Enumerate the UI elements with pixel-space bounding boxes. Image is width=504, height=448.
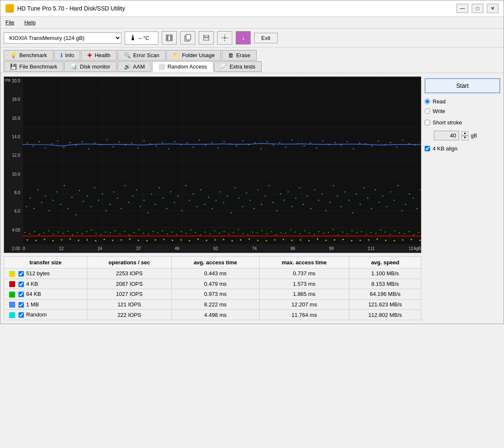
svg-point-137 bbox=[150, 143, 151, 145]
svg-point-118 bbox=[32, 145, 34, 147]
svg-point-212 bbox=[167, 233, 168, 235]
short-stroke-checkbox[interactable] bbox=[425, 120, 430, 125]
menu-file[interactable]: File bbox=[4, 18, 16, 26]
svg-point-281 bbox=[146, 240, 147, 242]
svg-point-185 bbox=[39, 234, 40, 235]
tab-disk-monitor[interactable]: 📊 Disk monitor bbox=[64, 61, 116, 72]
start-button[interactable]: Start bbox=[425, 78, 500, 93]
chart-area: ms 20.0 18.0 16.0 14.0 12.0 10.0 8.0 6.0… bbox=[4, 76, 421, 320]
svg-point-196 bbox=[91, 229, 92, 231]
row-checkbox-2[interactable] bbox=[18, 292, 24, 297]
row-max-access-2: 1.865 ms bbox=[259, 289, 349, 300]
svg-point-303 bbox=[334, 240, 335, 241]
tab-extra-tests[interactable]: 📈 Extra tests bbox=[214, 61, 262, 72]
row-checkbox-1[interactable] bbox=[18, 282, 24, 287]
svg-point-58 bbox=[200, 189, 202, 190]
svg-point-64 bbox=[223, 202, 224, 203]
tabs-container: 💡 Benchmark ℹ Info ✚ Health 🔍 Error Scan… bbox=[0, 47, 504, 73]
svg-point-298 bbox=[291, 240, 292, 241]
toolbar-btn-1[interactable] bbox=[162, 31, 177, 45]
y-label-6: 6.0 bbox=[5, 209, 22, 213]
row-label-1: 4 KB bbox=[26, 281, 38, 287]
svg-point-211 bbox=[162, 230, 163, 232]
svg-point-65 bbox=[227, 195, 228, 197]
read-radio-label[interactable]: Read bbox=[425, 98, 500, 105]
drive-selector[interactable]: KIOXIA TransMemory (124 gB) bbox=[4, 32, 121, 44]
4kb-align-label[interactable]: 4 KB align bbox=[425, 145, 500, 152]
svg-point-224 bbox=[223, 231, 225, 232]
row-label-cell: Random bbox=[4, 310, 87, 320]
x-label-0: 0 bbox=[23, 246, 25, 251]
svg-point-260 bbox=[394, 230, 395, 232]
color-swatch bbox=[9, 302, 15, 308]
svg-point-267 bbox=[27, 240, 28, 241]
svg-point-198 bbox=[100, 234, 102, 235]
svg-point-167 bbox=[334, 142, 336, 143]
svg-point-52 bbox=[177, 195, 178, 197]
toolbar-btn-download[interactable]: ↓ bbox=[236, 31, 251, 45]
menu-help[interactable]: Help bbox=[23, 18, 37, 26]
svg-point-241 bbox=[304, 230, 305, 232]
main-window: HD Tune Pro 5.70 - Hard Disk/SSD Utility… bbox=[0, 0, 504, 324]
y-unit-label: ms bbox=[5, 78, 10, 82]
tab-folder-usage[interactable]: 📁 Folder Usage bbox=[166, 50, 221, 61]
x-label-99: 99 bbox=[329, 246, 334, 251]
svg-point-44 bbox=[147, 212, 148, 213]
short-stroke-label[interactable]: Short stroke bbox=[425, 119, 500, 126]
svg-point-242 bbox=[309, 232, 310, 234]
svg-point-101 bbox=[363, 187, 365, 188]
row-checkbox-4[interactable] bbox=[18, 312, 24, 318]
toolbar-btn-2[interactable] bbox=[180, 31, 195, 45]
svg-point-213 bbox=[171, 232, 173, 233]
write-radio[interactable] bbox=[425, 108, 430, 114]
svg-point-245 bbox=[323, 233, 324, 234]
spin-down-button[interactable]: ▼ bbox=[462, 136, 468, 140]
svg-point-254 bbox=[366, 234, 367, 235]
toolbar-btn-3[interactable] bbox=[199, 31, 214, 45]
svg-rect-1 bbox=[168, 37, 170, 40]
y-label-18: 18.0 bbox=[5, 97, 22, 102]
svg-point-257 bbox=[380, 229, 381, 231]
4kb-align-checkbox[interactable] bbox=[425, 146, 430, 151]
x-label-74: 74 bbox=[252, 246, 257, 251]
tab-file-benchmark[interactable]: 💾 File Benchmark bbox=[4, 61, 63, 72]
spinbox-input[interactable] bbox=[434, 131, 459, 140]
minimize-button[interactable]: — bbox=[457, 4, 468, 13]
svg-point-23 bbox=[68, 208, 69, 209]
color-swatch bbox=[9, 292, 15, 298]
toolbar-btn-4[interactable] bbox=[217, 31, 232, 45]
tab-health[interactable]: ✚ Health bbox=[81, 50, 117, 61]
maximize-button[interactable]: □ bbox=[472, 4, 483, 13]
svg-point-268 bbox=[35, 240, 37, 241]
row-checkbox-0[interactable] bbox=[18, 271, 24, 277]
random-access-icon: ⬜ bbox=[158, 63, 165, 70]
svg-point-68 bbox=[238, 198, 239, 199]
svg-point-228 bbox=[242, 233, 244, 234]
tab-error-scan[interactable]: 🔍 Error Scan bbox=[118, 50, 165, 61]
row-checkbox-3[interactable] bbox=[18, 302, 24, 308]
svg-point-49 bbox=[166, 208, 167, 209]
tab-aam[interactable]: 🔊 AAM bbox=[118, 61, 151, 72]
svg-point-162 bbox=[304, 145, 305, 147]
svg-point-29 bbox=[90, 206, 92, 207]
svg-point-249 bbox=[342, 232, 343, 233]
write-radio-label[interactable]: Write bbox=[425, 108, 500, 114]
tab-erase[interactable]: 🗑 Erase bbox=[222, 50, 257, 61]
svg-point-189 bbox=[58, 232, 59, 233]
file-benchmark-icon: 💾 bbox=[10, 63, 17, 70]
svg-point-140 bbox=[168, 148, 169, 150]
read-radio[interactable] bbox=[425, 99, 430, 104]
row-label-cell: 1 MB bbox=[4, 299, 87, 310]
svg-point-286 bbox=[189, 240, 190, 242]
svg-point-256 bbox=[375, 233, 376, 234]
tab-info[interactable]: ℹ Info bbox=[54, 50, 81, 61]
svg-point-204 bbox=[129, 235, 130, 236]
spin-up-button[interactable]: ▲ bbox=[462, 131, 468, 136]
svg-point-48 bbox=[162, 198, 163, 199]
tab-random-access[interactable]: ⬜ Random Access bbox=[152, 61, 213, 72]
tab-benchmark[interactable]: 💡 Benchmark bbox=[4, 50, 53, 61]
exit-button[interactable]: Exit bbox=[254, 33, 278, 43]
svg-point-246 bbox=[328, 232, 329, 233]
y-label-8: 8.0 bbox=[5, 190, 22, 195]
close-button[interactable]: ✕ bbox=[487, 4, 499, 13]
